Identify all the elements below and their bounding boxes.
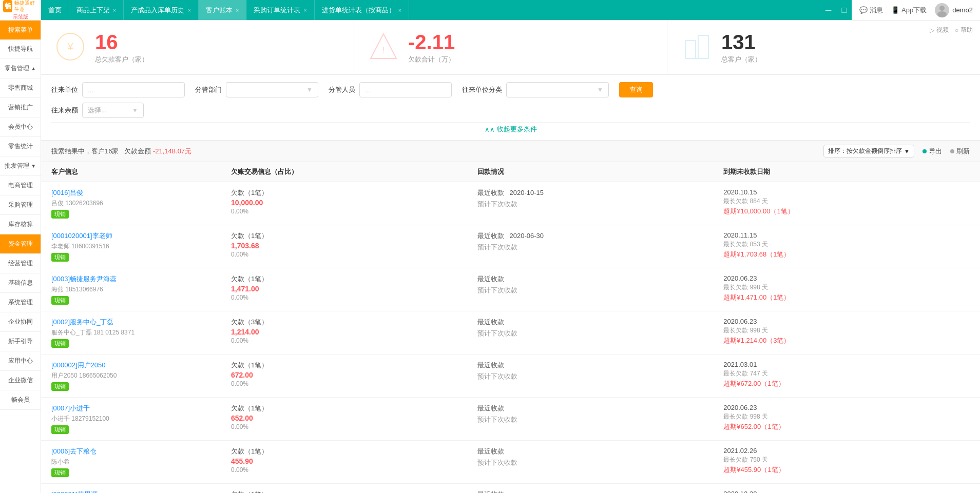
help-button[interactable]: ○ 帮助 [955,26,973,34]
classification-select[interactable]: ▼ [506,82,609,97]
next-collection: 预计下次收款 [477,458,724,467]
sidebar-item-app-center[interactable]: 应用中心 [0,351,41,371]
next-collection: 预计下次收款 [477,372,724,381]
customer-name-link[interactable]: [000002]用户2050 [51,361,231,370]
balance-select[interactable]: 选择... ▼ [82,103,144,118]
balance-filter: 往来余额 选择... ▼ [51,103,144,118]
debt-amount: 1,471.00 [231,285,477,293]
sidebar-item-enterprise-collab[interactable]: 企业协同 [0,312,41,332]
overdue-link[interactable]: 超期¥455.90（1笔） [723,465,970,475]
sidebar-item-purchase[interactable]: 采购管理 [0,195,41,215]
window-maximize[interactable]: □ [836,0,852,20]
app-name: 畅捷通好生意 [14,0,37,12]
customer-tag: 现销 [51,210,69,219]
customer-name-link[interactable]: [0002]服务中心_丁磊 [51,318,231,327]
customer-phone: 小进千 18279152100 [51,415,231,423]
customer-name-link[interactable]: [0006]去下粮仓 [51,447,231,456]
recent-collection: 最近收款 [477,274,724,284]
customer-tag: 现销 [51,339,69,348]
search-menu[interactable]: 搜索菜单 [0,21,41,40]
collapse-button[interactable]: ∧∧ 收起更多条件 [51,122,970,136]
person-input[interactable]: ... [359,82,452,97]
classification-filter: 往来单位分类 ▼ [462,82,609,97]
sidebar-item-member-center[interactable]: 会员中心 [0,117,41,137]
view-video-button[interactable]: ▷ 视频 [930,26,949,34]
sidebar-item-member-vip[interactable]: 畅会员 [0,390,41,410]
overdue-link[interactable]: 超期¥672.00（1笔） [723,379,970,388]
overdue-link[interactable]: 超期¥1,703.68（1笔） [723,250,970,259]
sidebar-item-batch-management[interactable]: 批发管理 ▼ [0,156,41,176]
app-download-button[interactable]: 📱 App下载 [891,6,927,15]
svg-point-0 [939,6,945,11]
customer-tag: 现销 [51,253,69,262]
refresh-button[interactable]: 刷新 [950,147,970,156]
tab-purchase-stats[interactable]: 进货单统计表（按商品） × [315,0,409,20]
customer-name-link[interactable]: [0003]畅捷服务尹海蕊 [51,274,231,284]
sort-selector[interactable]: 排序：按欠款金额倒序排序 ▼ [823,145,914,157]
source-unit-input[interactable]: ... [82,82,185,97]
query-button[interactable]: 查询 [619,82,653,97]
debtors-icon: ¥ [56,33,85,63]
overdue-link[interactable]: 超期¥10,000.00（1笔） [723,207,970,216]
source-unit-filter: 往来单位 ... [51,82,185,97]
export-button[interactable]: 导出 [923,147,942,156]
dept-select[interactable]: ▼ [226,82,318,97]
debt-amount: 455.90 [231,457,477,465]
total-customers-label: 总客户（家） [721,55,761,64]
svg-rect-6 [685,41,696,58]
sidebar-item-system[interactable]: 系统管理 [0,293,41,312]
due-date: 2020.10.15 [723,188,970,196]
window-minimize[interactable]: ─ [820,0,836,20]
sidebar-item-retail-management[interactable]: 零售管理 ▲ [0,59,41,78]
overdue-link[interactable]: 超期¥1,214.00（3笔） [723,336,970,345]
close-icon[interactable]: × [113,7,116,13]
table-row: [0006]去下粮仓 陈小希 现销 欠款（1笔） 455.90 0.00% 最近… [41,441,980,484]
tab-product-shelf[interactable]: 商品上下架 × [69,0,124,20]
customer-phone: 李老师 18600391516 [51,242,231,251]
customer-name-link[interactable]: [0001020001]李老师 [51,231,231,241]
sidebar-item-enterprise-wechat[interactable]: 企业微信 [0,371,41,390]
close-icon[interactable]: × [187,7,190,13]
tab-customer-account[interactable]: 客户账本 × [199,0,246,20]
chevron-down-icon: ▼ [904,148,910,154]
sidebar-item-retail-mall[interactable]: 零售商城 [0,78,41,98]
customer-name-link[interactable]: [0016]吕俊 [51,188,231,198]
col-header-due-date: 到期未收款日期 [723,167,970,176]
sidebar-item-basic-info[interactable]: 基础信息 [0,273,41,293]
sidebar-item-ecommerce[interactable]: 电商管理 [0,176,41,195]
table-container: 客户信息 欠账交易信息（占比） 回款情况 到期未收款日期 [0016]吕俊 吕俊… [41,162,980,493]
close-icon[interactable]: × [236,7,239,13]
recent-collection: 最近收款 [477,490,724,493]
debt-amount: 672.00 [231,371,477,379]
customer-name-link[interactable]: [0007]小进千 [51,404,231,413]
debt-count: 欠款（1笔） [231,274,477,284]
next-collection: 预计下次收款 [477,329,724,338]
sidebar-item-retail-stats[interactable]: 零售统计 [0,137,41,156]
svg-point-1 [937,11,947,17]
message-button[interactable]: 💬 消息 [859,6,883,15]
help-icon: ○ [955,27,958,34]
tab-purchase-order[interactable]: 采购订单统计表 × [246,0,314,20]
overdue-link[interactable]: 超期¥1,471.00（1笔） [723,293,970,302]
close-icon[interactable]: × [398,7,401,13]
balance-label: 往来余额 [51,106,78,115]
overdue-link[interactable]: 超期¥652.00（1笔） [723,422,970,431]
svg-text:¥: ¥ [67,41,73,52]
sidebar-item-operations[interactable]: 经营管理 [0,254,41,273]
sidebar-item-new-guide[interactable]: 新手引导 [0,332,41,351]
customer-name-link[interactable]: [000001]黄思源 [51,490,231,493]
sidebar-item-inventory[interactable]: 库存核算 [0,215,41,234]
quick-nav[interactable]: 快捷导航 [0,40,41,59]
tab-home[interactable]: 首页 [41,0,69,20]
sidebar-item-marketing[interactable]: 营销推广 [0,98,41,117]
tab-production-history[interactable]: 产成品入库单历史 × [124,0,198,20]
debt-count: 欠款（1笔） [231,404,477,413]
total-customers-icon [683,33,711,63]
due-date: 2020.06.23 [723,274,970,282]
close-icon[interactable]: × [303,7,306,13]
user-avatar[interactable]: demo2 [935,3,973,17]
sidebar-item-finance[interactable]: 资金管理 [0,234,41,254]
table-row: [0016]吕俊 吕俊 13026203696 现销 欠款（1笔） 10,000… [41,182,980,225]
download-icon: 📱 [891,6,899,14]
user-name: demo2 [952,6,973,14]
